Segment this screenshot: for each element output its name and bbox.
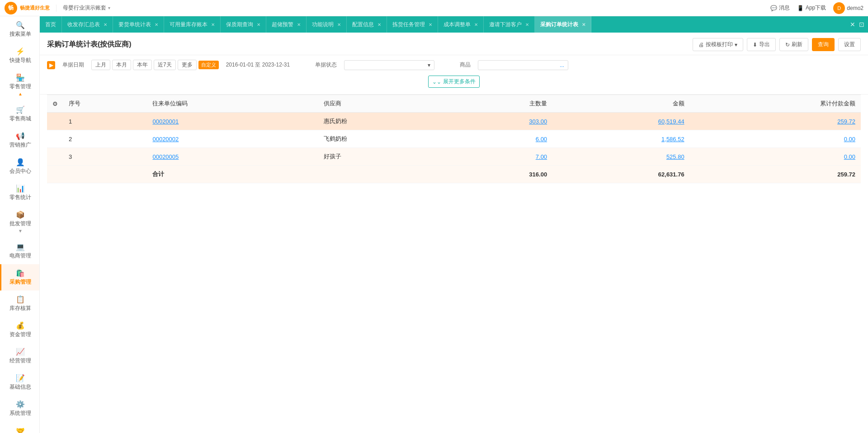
- row2-supplier-code-link[interactable]: 00020002: [152, 136, 179, 143]
- tab-purchase-order-stats-close-icon[interactable]: ✕: [582, 22, 585, 27]
- table-row[interactable]: 2 00020002 飞鹤奶粉 6.00 1,586.52: [47, 130, 861, 148]
- sidebar-item-enterprise[interactable]: 🤝 企业协同: [0, 422, 39, 433]
- row1-amount[interactable]: 60,519.44: [552, 113, 690, 130]
- sidebar-item-basic-info[interactable]: 📝 基础信息: [0, 369, 39, 395]
- tab-purchase-order-stats[interactable]: 采购订单统计表 ✕: [535, 16, 591, 33]
- row1-paid-amount[interactable]: 259.72: [690, 113, 861, 130]
- sidebar-item-wholesale[interactable]: 📦 批发管理 ▼: [0, 206, 39, 238]
- row2-main-qty[interactable]: 6.00: [446, 130, 553, 148]
- user-profile-btn[interactable]: D demo2: [833, 2, 863, 14]
- row3-supplier-code-link[interactable]: 00020005: [152, 153, 179, 160]
- sidebar-item-ecommerce[interactable]: 💻 电商管理: [0, 238, 39, 264]
- tab-purchase-single-close-icon[interactable]: ✕: [155, 22, 158, 27]
- sidebar-item-finance[interactable]: 💰 资金管理: [0, 317, 39, 343]
- row3-main-qty[interactable]: 7.00: [446, 148, 553, 166]
- tab-overstock[interactable]: 超储预警 ✕: [266, 16, 307, 33]
- expand-more-btn[interactable]: ⌄⌄ 展开更多条件: [428, 76, 480, 88]
- tab-invite-downstream[interactable]: 邀请下游客户 ✕: [484, 16, 535, 33]
- retail-mgmt-icon: 🏪: [16, 73, 25, 82]
- tab-available-inventory-close-icon[interactable]: ✕: [211, 22, 215, 27]
- table-row[interactable]: 1 00020001 惠氏奶粉 303.00 60,519.44: [47, 113, 861, 130]
- sidebar-item-member[interactable]: 👤 会员中心: [0, 153, 39, 180]
- goods-input[interactable]: ...: [478, 60, 568, 70]
- table-body: 1 00020001 惠氏奶粉 303.00 60,519.44: [47, 113, 861, 166]
- sidebar: 🔍 搜索菜单 ⚡ 快捷导航 🏪 零售管理 ▲ 🛒 零售商城 📢 营销推广 👤 会…: [0, 16, 40, 433]
- workspace-chevron-icon: ▾: [108, 5, 110, 10]
- tab-expand-icon[interactable]: ⊡: [859, 21, 864, 28]
- date-btn-more[interactable]: 更多: [178, 60, 197, 70]
- tab-config-info[interactable]: 配置信息 ✕: [347, 16, 387, 33]
- row1-paid-amount-link[interactable]: 259.72: [837, 118, 855, 125]
- status-filter-label: 单据状态: [315, 61, 337, 69]
- row2-supplier-code[interactable]: 00020002: [147, 130, 318, 148]
- row3-main-qty-link[interactable]: 7.00: [536, 153, 547, 160]
- row2-paid-amount[interactable]: 0.00: [690, 130, 861, 148]
- sidebar-inventory-label: 库存核算: [9, 305, 31, 312]
- sidebar-item-sys-mgmt[interactable]: ⚙️ 系统管理: [0, 395, 39, 422]
- print-btn[interactable]: 🖨 按模板打印 ▾: [693, 38, 743, 51]
- page-title: 采购订单统计表(按供应商): [47, 40, 132, 49]
- tab-home[interactable]: 首页: [40, 16, 62, 33]
- tab-available-inventory[interactable]: 可用量库存账本 ✕: [164, 16, 221, 33]
- filter-row-1: ▶ 单据日期 上月 本月 本年 近7天 更多 自定义 2016-01-01: [47, 60, 861, 70]
- tab-func-desc-close-icon[interactable]: ✕: [337, 22, 341, 27]
- date-btn-this-year[interactable]: 本年: [133, 60, 152, 70]
- row3-supplier-code[interactable]: 00020005: [147, 148, 318, 166]
- tab-func-desc[interactable]: 功能说明 ✕: [307, 16, 347, 33]
- purchase-icon: 🛍️: [16, 269, 25, 277]
- sidebar-item-purchase[interactable]: 🛍️ 采购管理: [0, 264, 39, 290]
- tab-warranty-close-icon[interactable]: ✕: [257, 22, 260, 27]
- row3-amount-link[interactable]: 525.80: [666, 153, 684, 160]
- row2-main-qty-link[interactable]: 6.00: [536, 136, 547, 143]
- tab-collect-send-close-icon[interactable]: ✕: [104, 22, 107, 27]
- tab-pick-task-close-icon[interactable]: ✕: [429, 22, 432, 27]
- sidebar-item-retail-stats[interactable]: 📊 零售统计: [0, 180, 39, 206]
- refresh-btn[interactable]: ↻ 刷新: [779, 38, 808, 51]
- row1-supplier-code[interactable]: 00020001: [147, 113, 318, 130]
- row3-paid-amount-link[interactable]: 0.00: [844, 153, 855, 160]
- date-btn-7days[interactable]: 近7天: [154, 60, 176, 70]
- tab-purchase-single[interactable]: 要货单统计表 ✕: [113, 16, 164, 33]
- row1-main-qty-link[interactable]: 303.00: [529, 118, 547, 125]
- tab-collect-send[interactable]: 收发存汇总表 ✕: [62, 16, 113, 33]
- table-row[interactable]: 3 00020005 好孩子 7.00 525.80: [47, 148, 861, 166]
- tab-config-info-close-icon[interactable]: ✕: [377, 22, 381, 27]
- date-btn-last-month[interactable]: 上月: [91, 60, 110, 70]
- workspace-selector[interactable]: 母婴行业演示账套 ▾: [63, 4, 110, 12]
- row3-amount[interactable]: 525.80: [552, 148, 690, 166]
- app-download-btn[interactable]: 📱 App下载: [797, 4, 826, 12]
- sidebar-item-retail-shop[interactable]: 🛒 零售商城: [0, 101, 39, 127]
- date-btn-this-month[interactable]: 本月: [112, 60, 131, 70]
- sidebar-item-operations[interactable]: 📈 经营管理: [0, 343, 39, 369]
- export-btn[interactable]: ⬇ 导出: [747, 38, 776, 51]
- query-btn[interactable]: 查询: [812, 38, 835, 51]
- tab-close-all-icon[interactable]: ✕: [850, 21, 855, 28]
- sidebar-item-retail-mgmt[interactable]: 🏪 零售管理 ▲: [0, 69, 39, 101]
- row1-supplier-code-link[interactable]: 00020001: [152, 118, 179, 125]
- col-settings[interactable]: ⚙: [47, 95, 63, 113]
- goods-more-icon[interactable]: ...: [560, 62, 564, 68]
- row3-paid-amount[interactable]: 0.00: [690, 148, 861, 166]
- row2-amount[interactable]: 1,586.52: [552, 130, 690, 148]
- sidebar-item-quick-nav[interactable]: ⚡ 快捷导航: [0, 43, 39, 69]
- row2-amount-link[interactable]: 1,586.52: [661, 136, 684, 143]
- status-select[interactable]: ▾: [344, 60, 434, 70]
- row2-paid-amount-link[interactable]: 0.00: [844, 136, 855, 143]
- sidebar-item-inventory[interactable]: 📋 库存核算: [0, 290, 39, 317]
- marketing-icon: 📢: [16, 132, 25, 140]
- message-btn[interactable]: 💬 消息: [770, 4, 790, 12]
- footer-label: 合计: [147, 166, 318, 183]
- sidebar-item-marketing[interactable]: 📢 营销推广: [0, 127, 39, 153]
- tab-pick-task[interactable]: 拣货任务管理 ✕: [387, 16, 438, 33]
- row1-main-qty[interactable]: 303.00: [446, 113, 553, 130]
- settings-btn[interactable]: 设置: [838, 38, 861, 51]
- tab-invite-downstream-close-icon[interactable]: ✕: [525, 22, 529, 27]
- filter-toggle-icon[interactable]: ▶: [47, 61, 55, 69]
- tab-warranty[interactable]: 保质期查询 ✕: [221, 16, 266, 33]
- tab-cost-adjust[interactable]: 成本调整单 ✕: [438, 16, 484, 33]
- tab-cost-adjust-close-icon[interactable]: ✕: [474, 22, 478, 27]
- col-settings-icon[interactable]: ⚙: [52, 100, 58, 107]
- tab-overstock-close-icon[interactable]: ✕: [297, 22, 301, 27]
- sidebar-item-search[interactable]: 🔍 搜索菜单: [0, 16, 39, 43]
- row1-amount-link[interactable]: 60,519.44: [658, 118, 684, 125]
